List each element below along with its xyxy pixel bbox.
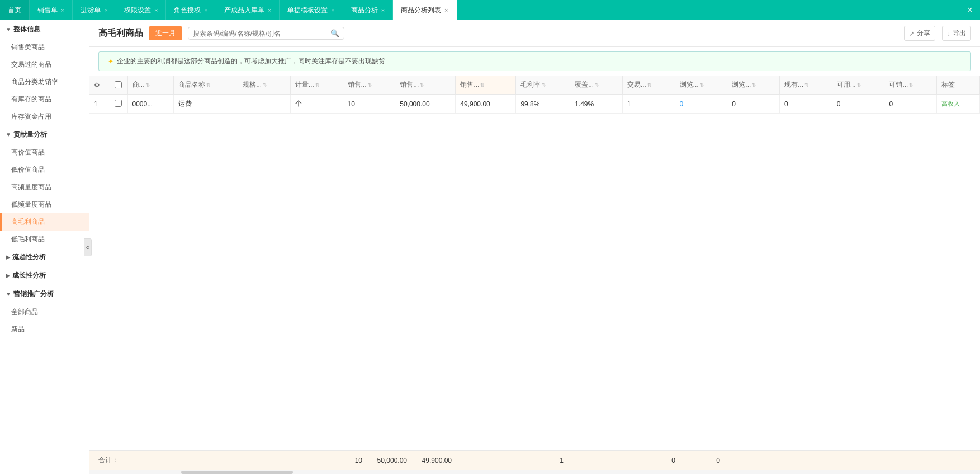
cell-sales-profit: 49,900.00 xyxy=(456,95,516,114)
sort-icon: ⇅ xyxy=(752,82,756,88)
content-header: 高毛利商品 近一月 🔍 ↗ 分享 ↓ 导出 xyxy=(89,20,980,47)
sort-icon: ⇅ xyxy=(542,82,546,88)
cell-gross-margin: 99.8% xyxy=(516,95,570,114)
col-sales-profit[interactable]: 销售...⇅ xyxy=(456,76,516,95)
footer-available-stock: 0 xyxy=(680,457,725,464)
sidebar-section-marketing[interactable]: ▼ 营销推广分析 xyxy=(0,285,89,303)
col-available-stock[interactable]: 可用...⇅ xyxy=(832,76,884,95)
cell-tag: 高收入 xyxy=(937,95,980,114)
sort-icon: ⇅ xyxy=(857,82,861,88)
select-all-checkbox[interactable] xyxy=(115,81,122,88)
close-icon[interactable]: × xyxy=(61,7,64,13)
nav-tab-purchase[interactable]: 进货单 × xyxy=(73,0,116,20)
sidebar-item-high-value[interactable]: 高价值商品 xyxy=(0,144,89,161)
col-settings[interactable]: ⚙ xyxy=(89,76,110,95)
nav-tab-analysis[interactable]: 商品分析 × xyxy=(343,0,393,20)
nav-tab-permissions[interactable]: 权限设置 × xyxy=(116,0,166,20)
cell-checkbox[interactable] xyxy=(110,95,127,114)
share-icon: ↗ xyxy=(909,30,915,37)
cell-unit: 个 xyxy=(290,95,343,114)
data-table-container: ⚙ 商...⇅ 商品名称⇅ 规格...⇅ xyxy=(89,76,980,450)
col-sellable[interactable]: 可销...⇅ xyxy=(884,76,937,95)
close-icon[interactable]: × xyxy=(331,7,334,13)
search-box: 🔍 xyxy=(188,27,344,40)
close-icon[interactable]: × xyxy=(381,7,385,13)
filter-period-button[interactable]: 近一月 xyxy=(149,26,182,40)
sidebar-item-category-rate[interactable]: 商品分类助销率 xyxy=(0,73,89,91)
close-icon[interactable]: × xyxy=(444,7,448,13)
close-icon[interactable]: × xyxy=(154,7,158,13)
cell-code: 0000... xyxy=(127,95,173,114)
footer-current-stock: 0 xyxy=(635,457,680,464)
col-gross-margin[interactable]: 毛利率⇅ xyxy=(516,76,570,95)
cell-available-stock: 0 xyxy=(832,95,884,114)
sort-icon: ⇅ xyxy=(480,82,485,88)
col-checkbox[interactable] xyxy=(110,76,127,95)
nav-tab-template[interactable]: 单据模板设置 × xyxy=(280,0,343,20)
sort-icon: ⇅ xyxy=(315,82,320,88)
tip-icon: ✦ xyxy=(108,58,113,65)
sort-icon: ⇅ xyxy=(263,82,267,88)
sidebar-item-traded-goods[interactable]: 交易过的商品 xyxy=(0,56,89,73)
col-code[interactable]: 商...⇅ xyxy=(127,76,173,95)
col-coverage[interactable]: 覆盖...⇅ xyxy=(570,76,623,95)
sidebar-item-instock-goods[interactable]: 有库存的商品 xyxy=(0,91,89,108)
col-sales-amount[interactable]: 销售...⇅ xyxy=(395,76,456,95)
sidebar-collapse-button[interactable]: « xyxy=(84,238,92,256)
col-transactions[interactable]: 交易...⇅ xyxy=(622,76,675,95)
cell-sales-amount: 50,000.00 xyxy=(395,95,456,114)
content-area: 高毛利商品 近一月 🔍 ↗ 分享 ↓ 导出 ✦ 企业的主要的利润都是这部分商品创… xyxy=(89,20,980,474)
scrollbar-thumb[interactable] xyxy=(181,471,293,474)
nav-tab-inbound[interactable]: 产成品入库单 × xyxy=(216,0,280,20)
nav-tab-sales[interactable]: 销售单 × xyxy=(30,0,73,20)
tip-text: 企业的主要的利润都是这部分商品创造的，可考虑加大推广，同时关注库存是不要出现缺货 xyxy=(117,57,385,66)
nav-tab-analysis-list[interactable]: 商品分析列表 × xyxy=(393,0,456,20)
nav-tab-home[interactable]: 首页 xyxy=(0,0,30,20)
footer-totals: 合计： 10 50,000.00 49,900.00 1 0 0 xyxy=(89,450,980,470)
sort-icon: ⇅ xyxy=(420,82,424,88)
chevron-right-icon: ▶ xyxy=(6,254,10,260)
close-icon[interactable]: × xyxy=(204,7,207,13)
chevron-down-icon: ▼ xyxy=(6,291,11,297)
cell-views1[interactable]: 0 xyxy=(675,95,727,114)
cell-name: 运费 xyxy=(173,95,238,114)
close-icon[interactable]: × xyxy=(268,7,271,13)
sidebar-item-low-margin[interactable]: 低毛利商品 xyxy=(0,231,89,248)
col-sales-qty[interactable]: 销售...⇅ xyxy=(343,76,395,95)
sidebar-section-flow[interactable]: ▶ 流趋性分析 xyxy=(0,248,89,266)
sidebar-section-contribution[interactable]: ▼ 贡献量分析 xyxy=(0,125,89,144)
window-close-button[interactable]: × xyxy=(960,0,980,20)
nav-tab-roles[interactable]: 角色授权 × xyxy=(166,0,216,20)
cell-sellable: 0 xyxy=(884,95,937,114)
sidebar-item-stock-capital[interactable]: 库存资金占用 xyxy=(0,108,89,125)
col-spec[interactable]: 规格...⇅ xyxy=(238,76,291,95)
sidebar-item-low-value[interactable]: 低价值商品 xyxy=(0,161,89,179)
sidebar-item-new-goods[interactable]: 新品 xyxy=(0,321,89,338)
share-button[interactable]: ↗ 分享 xyxy=(904,26,935,41)
chevron-down-icon: ▼ xyxy=(6,132,11,138)
cell-transactions: 1 xyxy=(622,95,675,114)
table-row: 1 0000... 运费 个 10 50,000.00 49,900.00 99… xyxy=(89,95,980,114)
col-current-stock[interactable]: 现有...⇅ xyxy=(780,76,832,95)
chevron-down-icon: ▼ xyxy=(6,26,11,32)
sidebar-item-all-goods[interactable]: 全部商品 xyxy=(0,303,89,321)
col-name[interactable]: 商品名称⇅ xyxy=(173,76,238,95)
cell-current-stock: 0 xyxy=(780,95,832,114)
search-input[interactable] xyxy=(193,30,330,37)
sidebar-item-high-margin[interactable]: 高毛利商品 xyxy=(0,213,89,231)
sidebar-section-overall[interactable]: ▼ 整体信息 xyxy=(0,20,89,39)
sidebar-item-high-freq[interactable]: 高频量度商品 xyxy=(0,179,89,196)
export-button[interactable]: ↓ 导出 xyxy=(942,26,971,41)
sidebar-item-low-freq[interactable]: 低频量度商品 xyxy=(0,196,89,213)
col-views1[interactable]: 浏览...⇅ xyxy=(675,76,727,95)
footer-sales-qty: 10 xyxy=(322,457,367,464)
sidebar-section-growth[interactable]: ▶ 成长性分析 xyxy=(0,266,89,285)
search-icon[interactable]: 🔍 xyxy=(330,29,339,37)
col-views2[interactable]: 浏览...⇅ xyxy=(727,76,780,95)
sidebar-item-sales-goods[interactable]: 销售类商品 xyxy=(0,39,89,56)
row-checkbox[interactable] xyxy=(115,100,122,107)
col-unit[interactable]: 计量...⇅ xyxy=(290,76,343,95)
close-icon[interactable]: × xyxy=(104,7,107,13)
horizontal-scrollbar[interactable] xyxy=(89,470,980,474)
footer-sales-amount: 50,000.00 xyxy=(367,457,411,464)
